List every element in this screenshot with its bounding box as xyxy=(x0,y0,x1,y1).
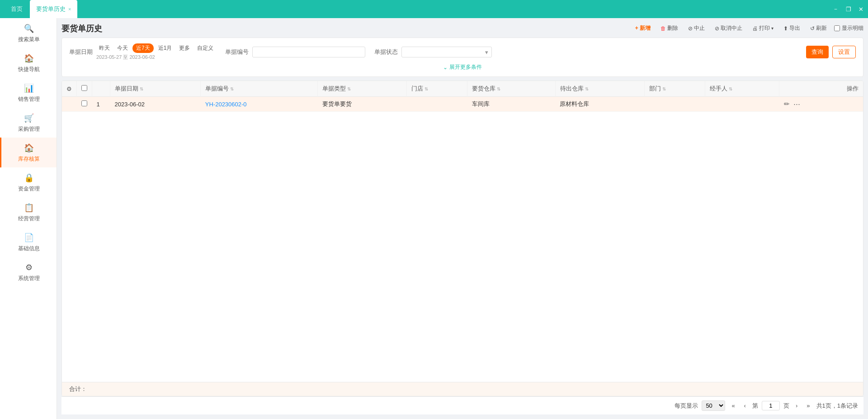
per-page-select[interactable]: 50 20 100 xyxy=(702,400,725,411)
column-settings-icon[interactable]: ⚙ xyxy=(66,86,72,92)
expand-more-btn[interactable]: ⌄ 展开更多条件 xyxy=(69,61,856,71)
date-col-header[interactable]: 单据日期 ⇅ xyxy=(110,81,201,97)
row-checkbox[interactable] xyxy=(81,100,87,106)
doc-no-input[interactable] xyxy=(252,47,365,57)
delete-button[interactable]: 🗑 删除 xyxy=(658,23,681,34)
row-checkbox-cell xyxy=(77,97,92,112)
query-button[interactable]: 查询 xyxy=(806,46,829,58)
print-button[interactable]: 🖨 打印 ▾ xyxy=(750,23,776,34)
display-detail-checkbox[interactable] xyxy=(834,25,840,31)
cancel-stop-button[interactable]: ⊘ 取消中止 xyxy=(712,23,745,34)
sidebar-item-quick-nav[interactable]: 🏠 快捷导航 xyxy=(0,48,57,78)
doc-no-link[interactable]: YH-20230602-0 xyxy=(205,101,247,108)
settings-button[interactable]: 设置 xyxy=(832,46,856,58)
table-header-row: ⚙ 单据日期 ⇅ xyxy=(62,81,863,97)
settings-col-header: ⚙ xyxy=(62,81,77,97)
sidebar: 🔍 搜索菜单 🏠 快捷导航 📊 销售管理 🛒 采购管理 🏠 库存核算 🔒 资金管… xyxy=(0,18,57,419)
pagination-bar: 每页显示 50 20 100 « ‹ 第 页 › » 共1页，1条记录 xyxy=(61,396,863,414)
tab-close-icon[interactable]: × xyxy=(68,6,71,12)
date-yesterday[interactable]: 昨天 xyxy=(96,43,113,53)
row-settings-cell xyxy=(62,97,77,112)
sidebar-item-label: 经营管理 xyxy=(18,215,40,223)
prev-page-btn[interactable]: ‹ xyxy=(741,401,749,410)
sidebar-item-label: 搜索菜单 xyxy=(18,36,40,43)
date-sort-icon: ⇅ xyxy=(140,86,143,91)
gear-icon: ⚙ xyxy=(25,262,33,272)
row-doc-no-cell: YH-20230602-0 xyxy=(201,97,318,112)
sidebar-item-system[interactable]: ⚙ 系统管理 xyxy=(0,257,57,287)
print-dropdown-icon: ▾ xyxy=(771,26,774,31)
date-last1month[interactable]: 近1月 xyxy=(156,43,175,53)
dept-col-header[interactable]: 部门 ⇅ xyxy=(644,81,705,97)
export-button[interactable]: ⬆ 导出 xyxy=(781,23,803,34)
status-select[interactable] xyxy=(401,47,492,57)
req-warehouse-col-header[interactable]: 要货仓库 ⇅ xyxy=(467,81,555,97)
sidebar-item-search[interactable]: 🔍 搜索菜单 xyxy=(0,18,57,48)
window-close-icon[interactable]: ✕ xyxy=(859,6,863,13)
doc-no-label: 单据编号 xyxy=(225,48,249,56)
date-shortcuts: 昨天 今天 近7天 近1月 更多 自定义 2023-05-27 至 2023-0… xyxy=(96,43,216,61)
page-label: 第 xyxy=(752,402,758,410)
date-today[interactable]: 今天 xyxy=(114,43,131,53)
row-more-icon[interactable]: ⋯ xyxy=(793,100,800,108)
status-select-wrap xyxy=(401,47,492,57)
row-pending-warehouse-cell: 原材料仓库 xyxy=(555,97,644,112)
tab-home[interactable]: 首页 xyxy=(5,0,29,18)
row-date-cell: 2023-06-02 xyxy=(110,97,201,112)
home-icon: 🏠 xyxy=(24,53,34,63)
next-page-btn[interactable]: › xyxy=(793,401,800,410)
req-warehouse-sort-icon: ⇅ xyxy=(497,86,500,91)
export-icon: ⬆ xyxy=(783,25,788,32)
refresh-button[interactable]: ↺ 刷新 xyxy=(807,23,830,34)
tab-history[interactable]: 要货单历史 × xyxy=(30,0,77,18)
actions-col-header: 操作 xyxy=(779,81,863,97)
search-icon: 🔍 xyxy=(24,24,34,33)
refresh-icon: ↺ xyxy=(810,25,815,32)
display-detail-toggle[interactable]: 显示明细 xyxy=(834,24,863,32)
sidebar-item-base[interactable]: 📄 基础信息 xyxy=(0,227,57,257)
sidebar-item-label: 库存核算 xyxy=(18,155,40,163)
date-more[interactable]: 更多 xyxy=(176,43,193,53)
last-page-btn[interactable]: » xyxy=(804,401,812,410)
window-controls: － ❐ ✕ xyxy=(833,5,863,13)
row-index-cell: 1 xyxy=(92,97,110,112)
doc-type-col-header[interactable]: 单据类型 ⇅ xyxy=(318,81,407,97)
page-title: 要货单历史 xyxy=(61,23,102,34)
row-edit-icon[interactable]: ✏ xyxy=(784,100,790,108)
sidebar-item-purchase[interactable]: 🛒 采购管理 xyxy=(0,108,57,138)
row-req-warehouse-cell: 车间库 xyxy=(467,97,555,112)
sidebar-item-label: 基础信息 xyxy=(18,245,40,252)
sidebar-item-label: 系统管理 xyxy=(18,275,40,282)
cart-icon: 🛒 xyxy=(24,113,34,123)
select-all-checkbox[interactable] xyxy=(81,85,87,91)
expand-icon: ⌄ xyxy=(443,64,448,71)
sidebar-item-finance[interactable]: 🔒 资金管理 xyxy=(0,167,57,197)
filter-panel: 单据日期 昨天 今天 近7天 近1月 更多 自定义 2023-05-27 至 2… xyxy=(61,38,863,77)
page-input[interactable] xyxy=(762,401,780,410)
sidebar-item-label: 采购管理 xyxy=(18,125,40,133)
date-last7days[interactable]: 近7天 xyxy=(132,43,154,53)
new-button[interactable]: + 新增 xyxy=(632,23,653,34)
sidebar-item-inventory[interactable]: 🏠 库存核算 xyxy=(0,138,57,167)
status-filter: 单据状态 xyxy=(374,47,492,57)
main-layout: 🔍 搜索菜单 🏠 快捷导航 📊 销售管理 🛒 采购管理 🏠 库存核算 🔒 资金管… xyxy=(0,18,868,419)
handler-col-header[interactable]: 经手人 ⇅ xyxy=(705,81,779,97)
sidebar-item-operation[interactable]: 📋 经营管理 xyxy=(0,197,57,227)
row-doc-type-cell: 要货单要货 xyxy=(318,97,407,112)
delete-icon: 🗑 xyxy=(660,25,666,32)
pending-warehouse-col-header[interactable]: 待出仓库 ⇅ xyxy=(555,81,644,97)
window-minus-icon[interactable]: － xyxy=(833,5,839,13)
doc-no-col-header[interactable]: 单据编号 ⇅ xyxy=(201,81,318,97)
row-action-icons: ✏ ⋯ xyxy=(784,100,859,108)
cancel-stop-icon: ⊘ xyxy=(715,25,719,32)
status-label: 单据状态 xyxy=(374,48,398,56)
store-col-header[interactable]: 门店 ⇅ xyxy=(406,81,467,97)
date-custom[interactable]: 自定义 xyxy=(194,43,216,53)
window-restore-icon[interactable]: ❐ xyxy=(846,6,851,13)
content-area: 要货单历史 + 新增 🗑 删除 ⊘ 中止 ⊘ 取消中止 🖨 xyxy=(57,18,868,419)
toolbar: + 新增 🗑 删除 ⊘ 中止 ⊘ 取消中止 🖨 打印 ▾ xyxy=(632,23,863,34)
per-page-label: 每页显示 xyxy=(675,402,698,410)
first-page-btn[interactable]: « xyxy=(729,401,737,410)
stop-button[interactable]: ⊘ 中止 xyxy=(685,23,708,34)
sidebar-item-sales[interactable]: 📊 销售管理 xyxy=(0,78,57,108)
